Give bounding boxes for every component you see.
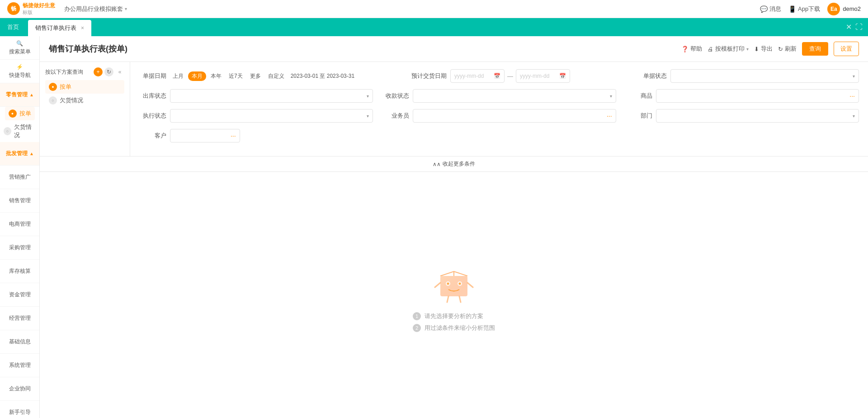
date-tab-more[interactable]: 更多 [247,71,264,81]
settings-label: 设置 [840,45,852,53]
query-button[interactable]: 查询 [802,42,828,56]
date-tab-this-month[interactable]: 本月 [188,71,206,81]
salesman-input[interactable]: ··· [413,109,616,123]
payment-status-select[interactable]: ▾ [413,89,616,103]
sidebar-item-system[interactable]: 系统管理 [0,354,39,377]
refresh-scheme-button[interactable]: ↻ [104,67,113,76]
sidebar-item-purchase[interactable]: 采购管理 [0,236,39,260]
doc-status-chevron-icon: ▾ [853,74,855,79]
sidebar-item-sales[interactable]: 销售管理 [0,189,39,213]
sidebar-sub-order[interactable]: ● 按单 [5,107,35,120]
sidebar-item-search[interactable]: 🔍 搜索菜单 [0,36,39,60]
retail-label: 零售管理 [5,91,28,99]
user-menu[interactable]: Ea demo2 [827,3,861,15]
collapse-scheme-button[interactable]: « [115,67,124,76]
logo-line1: 畅捷做好生意 [23,2,55,10]
add-scheme-button[interactable]: + [94,67,103,76]
expected-date-label: 预计交货日期 [411,72,447,80]
module-name: 办公用品行业模拟账套 [64,5,123,13]
filter-nav-order[interactable]: ● 按单 [45,80,124,94]
sidebar-item-ecommerce[interactable]: 电商管理 [0,213,39,236]
tab-close-all-icon[interactable]: ✕ [846,24,852,31]
goods-dots-icon[interactable]: ··· [849,92,855,100]
logo-text: 畅捷做好生意 标版 [23,2,55,16]
collapse-up-icon: ∧∧ [433,161,441,167]
logo-line2: 标版 [23,9,55,15]
svg-rect-0 [440,276,467,296]
tab-bar-actions: ✕ ⛶ [846,24,868,31]
sidebar-item-quick-nav[interactable]: ⚡ 快捷导航 [0,60,39,83]
help-button[interactable]: ❓ 帮助 [681,45,702,53]
logo-icon: 畅 [7,2,20,15]
message-button[interactable]: 💬 消息 [760,5,781,13]
query-label: 查询 [809,45,821,53]
date-tab-7days[interactable]: 近7天 [226,71,245,81]
sidebar-item-finance[interactable]: 资金管理 [0,283,39,307]
ecommerce-label: 电商管理 [9,220,31,228]
filter-field-out-status: 出库状态 ▾ [139,89,373,103]
filter-row-1: 单据日期 上月 本月 本年 近7天 更多 自定义 2023-03-01 至 20… [139,69,859,83]
sidebar-item-operations[interactable]: 经营管理 [0,307,39,330]
doc-status-select[interactable]: ▾ [670,69,859,83]
tab-home[interactable]: 首页 [0,18,26,36]
sidebar-item-inventory[interactable]: 库存核算 [0,260,39,283]
department-select[interactable]: ▾ [656,109,859,123]
sidebar-item-enterprise[interactable]: 企业协同 [0,377,39,401]
exec-status-chevron-icon: ▾ [367,114,369,119]
exec-status-select[interactable]: ▾ [170,109,373,123]
department-chevron-icon: ▾ [853,114,855,119]
basic-label: 基础信息 [9,338,31,346]
sidebar-item-basic[interactable]: 基础信息 [0,330,39,354]
sidebar-item-wholesale[interactable]: 批发管理 ▲ [0,142,39,166]
calendar-start-icon: 📅 [494,73,500,79]
debt-circle-icon: ○ [4,127,11,135]
payment-status-label: 收款状态 [382,92,409,100]
module-select[interactable]: 办公用品行业模拟账套 ▾ [64,5,127,13]
sub-debt-label: 欠货情况 [14,123,36,139]
module-chevron-icon: ▾ [125,6,127,11]
purchase-label: 采购管理 [9,244,31,252]
message-label: 消息 [769,5,781,13]
sidebar-item-retail[interactable]: 零售管理 ▲ [0,83,39,107]
expected-date-start[interactable]: yyyy-mm-dd 📅 [450,69,505,83]
date-tab-last-month[interactable]: 上月 [170,71,186,81]
filter-nav-debt[interactable]: ○ 欠货情况 [45,94,124,107]
out-status-select[interactable]: ▾ [170,89,373,103]
tab-expand-icon[interactable]: ⛶ [855,24,863,31]
sidebar-item-guide[interactable]: 新手引导 [0,401,39,418]
nav-order-icon: ● [49,83,57,91]
date-tabs: 上月 本月 本年 近7天 更多 自定义 [170,71,287,81]
expected-date-end[interactable]: yyyy-mm-dd 📅 [516,69,570,83]
salesman-dots-icon[interactable]: ··· [607,112,612,119]
exec-status-label: 执行状态 [139,112,166,120]
goods-input[interactable]: ··· [656,89,859,103]
collapse-bar[interactable]: ∧∧ 收起更多条件 [40,157,868,172]
svg-line-6 [435,283,440,287]
tab-home-label: 首页 [7,23,19,31]
finance-label: 资金管理 [9,291,31,299]
salesman-label: 业务员 [382,112,409,120]
download-label: App下载 [798,5,820,13]
refresh-icon: ↻ [778,46,783,52]
date-tab-this-year[interactable]: 本年 [208,71,224,81]
svg-line-7 [467,283,473,287]
filter-scheme-header: 按以下方案查询 + ↻ « [45,67,124,76]
sidebar-item-marketing[interactable]: 营销推广 [0,166,39,189]
sidebar-sub-debt[interactable]: ○ 欠货情况 [0,120,39,142]
customer-input[interactable]: ··· [170,129,240,142]
tab-close-icon[interactable]: × [81,25,84,31]
export-button[interactable]: ⬇ 导出 [754,45,773,53]
customer-dots-icon[interactable]: ··· [231,132,236,139]
user-name: demo2 [843,5,861,12]
tab-sales-order[interactable]: 销售订单执行表 × [28,20,91,36]
settings-button[interactable]: 设置 [834,42,859,56]
date-tab-custom[interactable]: 自定义 [265,71,287,81]
app-download-button[interactable]: 📱 App下载 [788,5,820,13]
refresh-button[interactable]: ↻ 刷新 [778,45,797,53]
svg-line-9 [459,296,461,302]
search-icon: 🔍 [16,40,23,47]
filter-left: 按以下方案查询 + ↻ « ● 按单 ○ 欠货情况 [40,62,130,156]
print-button[interactable]: 🖨 按模板打印 ▾ [708,45,749,53]
top-bar: 畅 畅捷做好生意 标版 办公用品行业模拟账套 ▾ 💬 消息 📱 App下载 Ea… [0,0,868,18]
page-title: 销售订单执行表(按单) [49,43,127,54]
